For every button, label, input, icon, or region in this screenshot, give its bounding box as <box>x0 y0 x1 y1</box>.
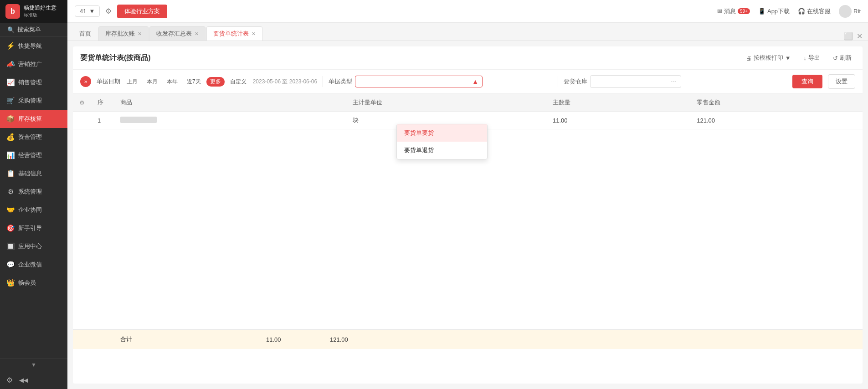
sidebar-item-finance[interactable]: 💰 资金管理 <box>0 128 67 146</box>
date-btns: 上月 本月 本年 近7天 更多 自定义 <box>123 77 250 87</box>
sidebar-search[interactable]: 🔍 搜索菜单 <box>0 23 67 37</box>
app-download-btn[interactable]: 📱 App下载 <box>758 7 790 15</box>
date-btn-this-year[interactable]: 本年 <box>163 77 181 87</box>
topbar-right: ✉ 消息 99+ 📱 App下载 🎧 在线客服 Rit <box>717 5 861 18</box>
user-name: Rit <box>853 8 861 15</box>
sidebar-item-apps[interactable]: 🔲 应用中心 <box>0 237 67 256</box>
sidebar-item-label: 资金管理 <box>18 133 42 141</box>
refresh-btn[interactable]: ↺ 刷新 <box>829 52 855 64</box>
refresh-icon: ↺ <box>833 55 838 61</box>
sidebar-item-label: 系统管理 <box>18 188 42 196</box>
topbar-gear-icon[interactable]: ⚙ <box>105 7 112 15</box>
notification-icon: ✉ <box>717 8 722 15</box>
company-selector[interactable]: 41 ▼ <box>75 5 100 17</box>
scroll-down-arrow[interactable]: ▼ <box>27 361 40 369</box>
sidebar-item-label: 企业协同 <box>18 206 42 214</box>
sidebar-item-inventory[interactable]: 📦 库存核算 <box>0 110 67 128</box>
app-logo-icon: b <box>5 4 20 19</box>
tab-home[interactable]: 首页 <box>73 27 98 41</box>
type-filter-wrapper[interactable]: ▲ <box>355 76 483 87</box>
sidebar-bottom: ⚙ ◀◀ <box>0 371 67 389</box>
tab-expand-area: ⬜ ✕ <box>844 32 863 41</box>
type-dropdown: 要货单要货 要货单退货 <box>396 124 488 159</box>
type-filter-chevron-icon[interactable]: ▲ <box>472 78 478 85</box>
sidebar-item-label: 经营管理 <box>18 151 42 159</box>
page-content: 要货单统计表(按商品) 🖨 按模板打印 ▼ ↓ 导出 ↺ 刷新 <box>73 46 863 384</box>
date-btn-this-month[interactable]: 本月 <box>143 77 161 87</box>
print-label: 按模板打印 <box>754 54 783 62</box>
tab-restore-icon[interactable]: ⬜ <box>844 32 853 41</box>
page-header: 要货单统计表(按商品) 🖨 按模板打印 ▼ ↓ 导出 ↺ 刷新 <box>73 46 863 70</box>
quick-nav-icon: ⚡ <box>6 42 15 50</box>
set-button[interactable]: 设置 <box>828 74 855 89</box>
sidebar-item-label: 应用中心 <box>18 242 42 251</box>
tab-batch-account[interactable]: 库存批次账 ✕ <box>98 26 149 41</box>
operation-icon: 📊 <box>6 151 15 159</box>
selector-chevron-icon: ▼ <box>89 8 95 15</box>
tab-batch-account-close[interactable]: ✕ <box>138 31 142 37</box>
sidebar-item-operation[interactable]: 📊 经营管理 <box>0 146 67 164</box>
warehouse-more-icon[interactable]: ··· <box>671 77 677 86</box>
table-settings-icon[interactable]: ⚙ <box>79 99 85 106</box>
collapse-icon[interactable]: ◀◀ <box>19 377 28 384</box>
sidebar-item-sales[interactable]: 📈 销售管理 <box>0 73 67 92</box>
date-filter-label: 单据日期 <box>97 77 120 86</box>
sidebar-item-label: 快捷导航 <box>18 42 42 50</box>
headset-icon: 🎧 <box>798 8 805 15</box>
search-icon: 🔍 <box>7 26 15 33</box>
main-area: 41 ▼ ⚙ 体验行业方案 ✉ 消息 99+ 📱 App下载 🎧 在线客服 R <box>67 0 868 389</box>
query-button[interactable]: 查询 <box>792 75 822 88</box>
sidebar-item-label: 销售管理 <box>18 78 42 87</box>
topbar: 41 ▼ ⚙ 体验行业方案 ✉ 消息 99+ 📱 App下载 🎧 在线客服 R <box>67 0 868 23</box>
sidebar-item-enterprise[interactable]: 🤝 企业协同 <box>0 201 67 219</box>
warehouse-filter-label: 要货仓库 <box>564 77 587 86</box>
purchase-icon: 🛒 <box>6 97 15 105</box>
tab-order-stats[interactable]: 要货单统计表 ✕ <box>206 26 262 41</box>
sidebar-item-system[interactable]: ⚙ 系统管理 <box>0 183 67 201</box>
type-filter-input[interactable] <box>359 78 472 85</box>
filter-bar: » 单据日期 上月 本月 本年 近7天 更多 自定义 2023-05-06 至 … <box>73 70 863 94</box>
cell-amount: 121.00 <box>690 112 863 129</box>
sidebar-item-guide[interactable]: 🎯 新手引导 <box>0 219 67 237</box>
tab-order-stats-label: 要货单统计表 <box>213 30 249 38</box>
export-btn[interactable]: ↓ 导出 <box>800 52 824 64</box>
notification-btn[interactable]: ✉ 消息 99+ <box>717 7 750 15</box>
col-no: 序 <box>91 94 114 112</box>
print-btn[interactable]: 🖨 按模板打印 ▼ <box>742 52 795 64</box>
sidebar-item-basic[interactable]: 📋 基础信息 <box>0 164 67 183</box>
refresh-label: 刷新 <box>840 54 852 62</box>
sidebar-item-purchase[interactable]: 🛒 采购管理 <box>0 92 67 110</box>
dropdown-item-order-goods[interactable]: 要货单要货 <box>397 124 487 142</box>
filter-expand-btn[interactable]: » <box>80 76 91 87</box>
date-btn-last-month[interactable]: 上月 <box>123 77 141 87</box>
sidebar-item-wechat[interactable]: 💬 企业微信 <box>0 256 67 274</box>
app-edition: 标准版 <box>24 12 56 18</box>
sidebar-item-label: 畅会员 <box>18 279 36 287</box>
tab-receipt-summary-close[interactable]: ✕ <box>195 31 199 37</box>
dropdown-item-order-return[interactable]: 要货单退货 <box>397 142 487 159</box>
tab-receipt-summary[interactable]: 收发存汇总表 ✕ <box>149 26 205 41</box>
page-title: 要货单统计表(按商品) <box>80 53 151 63</box>
cell-goods <box>114 112 346 129</box>
enterprise-icon: 🤝 <box>6 206 15 214</box>
date-btn-last7days[interactable]: 近7天 <box>183 77 205 87</box>
guide-icon: 🎯 <box>6 224 15 232</box>
sidebar-item-quick-nav[interactable]: ⚡ 快捷导航 <box>0 37 67 55</box>
warehouse-filter-input[interactable] <box>594 78 671 85</box>
user-area[interactable]: Rit <box>839 5 861 18</box>
date-btn-custom[interactable]: 自定义 <box>226 77 250 87</box>
page-area: 要货单统计表(按商品) 🖨 按模板打印 ▼ ↓ 导出 ↺ 刷新 <box>67 41 868 389</box>
export-icon: ↓ <box>804 55 807 61</box>
date-btn-more[interactable]: 更多 <box>206 77 225 87</box>
trial-button[interactable]: 体验行业方案 <box>117 5 167 18</box>
settings-bottom-icon[interactable]: ⚙ <box>6 376 13 384</box>
tab-close-all-icon[interactable]: ✕ <box>857 32 863 41</box>
notification-badge: 99+ <box>738 8 750 14</box>
tab-order-stats-close[interactable]: ✕ <box>252 31 256 37</box>
col-amount: 零售金额 <box>690 94 863 112</box>
sidebar-item-member[interactable]: 👑 畅会员 <box>0 274 67 292</box>
sidebar-item-label: 营销推广 <box>18 60 42 68</box>
online-service-btn[interactable]: 🎧 在线客服 <box>798 7 831 15</box>
date-range-display: 2023-05-06 至 2023-06-06 <box>253 78 317 86</box>
sidebar-item-marketing[interactable]: 📣 营销推广 <box>0 55 67 73</box>
